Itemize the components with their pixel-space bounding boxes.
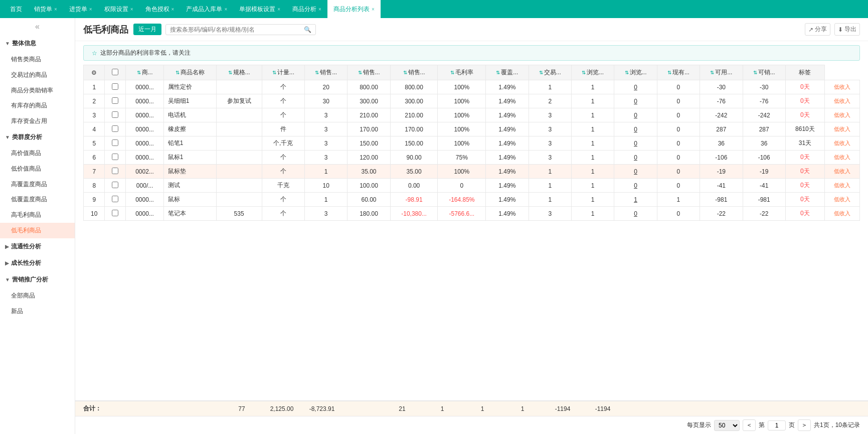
date-filter-button[interactable]: 近一月 (133, 24, 161, 35)
export-button[interactable]: ⬇ 导出 (834, 23, 860, 36)
col-gross-rate[interactable]: ⇅毛利率 (438, 65, 486, 80)
row-name[interactable]: 测试 (163, 179, 216, 193)
sidebar-item-sales-goods[interactable]: 销售类商品 (0, 52, 75, 67)
sidebar-item-new-goods[interactable]: 新品 (0, 304, 75, 319)
row-select[interactable] (112, 97, 118, 104)
col-avail[interactable]: ⇅可用... (700, 65, 743, 80)
search-icon[interactable]: 🔍 (304, 26, 311, 33)
row-name[interactable]: 属性定价 (163, 80, 216, 94)
col-stock[interactable]: ⇅现有... (657, 65, 700, 80)
col-trade[interactable]: ⇅交易... (529, 65, 571, 80)
row-select[interactable] (112, 196, 118, 202)
row-checkbox[interactable] (105, 165, 126, 179)
row-select[interactable] (112, 125, 118, 132)
share-button[interactable]: ↗ 分享 (805, 23, 830, 36)
sidebar-item-low-value[interactable]: 低价值商品 (0, 161, 75, 177)
row-checkbox[interactable] (105, 136, 126, 151)
col-price[interactable]: ⇅销售... (348, 65, 390, 80)
close-icon[interactable]: × (130, 7, 133, 12)
row-view1[interactable]: 0 (614, 207, 657, 221)
row-checkbox[interactable] (105, 94, 126, 108)
row-name[interactable]: 橡皮擦 (163, 122, 216, 136)
sidebar-item-category-rate[interactable]: 商品分类助销率 (0, 83, 75, 98)
sidebar-group-overall[interactable]: ▼ 整体信息 (0, 35, 75, 52)
col-spec[interactable]: ⇅规格... (216, 65, 262, 80)
row-checkbox[interactable] (105, 108, 126, 122)
close-icon[interactable]: × (171, 7, 175, 12)
row-view1[interactable]: 1 (614, 193, 657, 207)
nav-role-auth[interactable]: 角色授权 × (139, 0, 181, 18)
row-name[interactable]: 笔记本 (163, 207, 216, 221)
row-checkbox[interactable] (105, 122, 126, 136)
prev-page-button[interactable]: ＜ (743, 419, 756, 431)
nav-template-settings[interactable]: 单据模板设置 × (233, 0, 286, 18)
row-name[interactable]: 鼠标 (163, 193, 216, 207)
row-view1[interactable]: 0 (614, 151, 657, 165)
sidebar-item-all-goods[interactable]: 全部商品 (0, 288, 75, 304)
row-name[interactable]: 鼠标1 (163, 151, 216, 165)
col-coverage[interactable]: ⇅覆盖... (486, 65, 529, 80)
close-icon[interactable]: × (224, 7, 227, 12)
sidebar-item-low-gross[interactable]: 低毛利商品 (0, 223, 75, 238)
row-checkbox[interactable] (105, 179, 126, 193)
nav-home[interactable]: 首页 (4, 0, 28, 18)
sidebar-item-traded-goods[interactable]: 交易过的商品 (0, 67, 75, 83)
row-view1[interactable]: 0 (614, 80, 657, 94)
sidebar-item-low-coverage[interactable]: 低覆盖度商品 (0, 192, 75, 207)
close-icon[interactable]: × (54, 7, 57, 12)
col-sales[interactable]: ⇅销售... (390, 65, 438, 80)
row-view1[interactable]: 0 (614, 94, 657, 108)
nav-product-analysis[interactable]: 商品分析 × (286, 0, 327, 18)
col-name[interactable]: ⇅商品名称 (163, 65, 216, 80)
search-input[interactable] (170, 26, 302, 33)
row-view1[interactable]: 0 (614, 165, 657, 179)
row-checkbox[interactable] (105, 207, 126, 221)
row-select[interactable] (112, 139, 118, 146)
col-sellable[interactable]: ⇅可销... (743, 65, 785, 80)
col-checkbox[interactable] (105, 65, 126, 80)
row-checkbox[interactable] (105, 80, 126, 94)
col-settings[interactable]: ⚙ (84, 65, 105, 80)
col-view2[interactable]: ⇅浏览... (614, 65, 657, 80)
sidebar-item-stock-capital[interactable]: 库存资金占用 (0, 113, 75, 129)
row-select[interactable] (112, 210, 118, 216)
row-view1[interactable]: 0 (614, 136, 657, 151)
row-view1[interactable]: 0 (614, 108, 657, 122)
row-select[interactable] (112, 154, 118, 160)
col-tag[interactable]: 标签 (785, 65, 824, 80)
row-checkbox[interactable] (105, 193, 126, 207)
col-code[interactable]: ⇅商... (126, 65, 163, 80)
per-page-select[interactable]: 50 100 (714, 420, 740, 431)
row-checkbox[interactable] (105, 151, 126, 165)
sidebar-item-high-gross[interactable]: 高毛利商品 (0, 207, 75, 223)
row-view1[interactable]: 0 (614, 122, 657, 136)
nav-purchase-order[interactable]: 进货单 × (63, 0, 98, 18)
row-select[interactable] (112, 182, 118, 188)
sidebar-group-cluster[interactable]: ▼ 类群度分析 (0, 129, 75, 146)
row-name[interactable]: 铅笔1 (163, 136, 216, 151)
sidebar-group-marketing[interactable]: ▼ 营销推广分析 (0, 271, 75, 288)
settings-icon[interactable]: ⚙ (91, 69, 97, 76)
row-select[interactable] (112, 83, 118, 90)
close-icon[interactable]: × (318, 7, 321, 12)
col-unit[interactable]: ⇅计量... (262, 65, 304, 80)
sidebar-collapse-btn[interactable]: « (0, 18, 75, 35)
nav-product-analysis-list[interactable]: 商品分析列表 × (327, 0, 381, 18)
row-select[interactable] (112, 111, 118, 118)
col-view1[interactable]: ⇅浏览... (571, 65, 614, 80)
page-number-input[interactable] (768, 420, 786, 430)
next-page-button[interactable]: ＞ (798, 419, 811, 431)
row-name[interactable]: 吴细细1 (163, 94, 216, 108)
sidebar-item-high-coverage[interactable]: 高覆盖度商品 (0, 177, 75, 192)
nav-product-stock[interactable]: 产成品入库单 × (180, 0, 233, 18)
sidebar-group-circulation[interactable]: ▶ 流通性分析 (0, 238, 75, 255)
row-name[interactable]: 鼠标垫 (163, 165, 216, 179)
sidebar-item-high-value[interactable]: 高价值商品 (0, 146, 75, 161)
row-view1[interactable]: 0 (614, 179, 657, 193)
col-qty[interactable]: ⇅销售... (304, 65, 347, 80)
close-icon[interactable]: × (277, 7, 280, 12)
row-name[interactable]: 电话机 (163, 108, 216, 122)
select-all-checkbox[interactable] (112, 69, 118, 75)
nav-sales-order[interactable]: 销货单 × (28, 0, 63, 18)
sidebar-item-in-stock[interactable]: 有库存的商品 (0, 98, 75, 113)
